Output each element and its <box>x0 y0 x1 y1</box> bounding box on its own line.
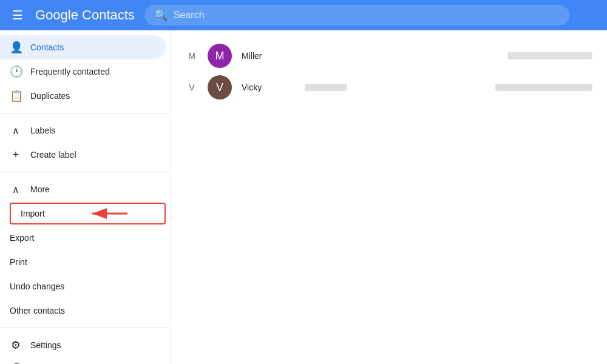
table-row[interactable]: M M Miller <box>171 40 607 72</box>
contacts-icon: 👤 <box>10 41 22 54</box>
sidebar-item-feedback[interactable]: 💬 Send feedback <box>0 357 166 364</box>
contact-list: M M Miller V V Vicky <box>171 30 607 113</box>
sidebar-labels-label: Labels <box>30 126 55 135</box>
header: ☰ Google Contacts 🔍 <box>0 0 607 30</box>
search-bar[interactable]: 🔍 <box>144 5 569 25</box>
sidebar-item-frequently[interactable]: 🕐 Frequently contacted <box>0 59 166 84</box>
sidebar-more-header[interactable]: ∧ More <box>0 177 171 201</box>
sidebar-item-undo[interactable]: Undo changes <box>0 274 166 298</box>
main-content: M M Miller V V Vicky <box>171 30 607 364</box>
contact-email-blur <box>495 84 592 91</box>
sidebar-contacts-label: Contacts <box>30 42 64 52</box>
sidebar-item-print[interactable]: Print <box>0 250 166 274</box>
contact-email-blur <box>507 52 592 59</box>
table-row[interactable]: V V Vicky <box>171 72 607 103</box>
copy-icon: 📋 <box>10 89 22 103</box>
app-title: Google Contacts <box>35 7 135 23</box>
sidebar-item-export[interactable]: Export <box>0 226 166 250</box>
avatar: V <box>208 75 232 99</box>
sidebar-item-other[interactable]: Other contacts <box>0 298 166 323</box>
sidebar-item-duplicates[interactable]: 📋 Duplicates <box>0 84 166 108</box>
divider-2 <box>0 172 171 172</box>
contact-name: Miller <box>242 51 290 61</box>
chevron-up-icon: ∧ <box>10 125 22 136</box>
sidebar-labels-header[interactable]: ∧ Labels <box>0 118 171 143</box>
divider-1 <box>0 113 171 113</box>
clock-icon: 🕐 <box>10 65 22 78</box>
contact-email-blur-short <box>305 84 347 91</box>
avatar: M <box>208 44 232 68</box>
chevron-up-icon-2: ∧ <box>10 184 22 195</box>
sidebar-undo-label: Undo changes <box>10 281 64 291</box>
contact-letter: M <box>186 51 198 61</box>
search-input[interactable] <box>174 10 560 21</box>
sidebar-item-settings[interactable]: ⚙ Settings <box>0 333 166 357</box>
divider-3 <box>0 328 171 328</box>
sidebar-import-label: Import <box>21 209 45 218</box>
search-icon: 🔍 <box>154 8 168 22</box>
layout: 👤 Contacts 🕐 Frequently contacted 📋 Dupl… <box>0 30 607 364</box>
sidebar-print-label: Print <box>10 257 27 267</box>
sidebar-export-label: Export <box>10 233 34 243</box>
sidebar-settings-label: Settings <box>30 340 61 350</box>
contact-letter: V <box>186 83 198 92</box>
contact-name: Vicky <box>242 83 290 92</box>
sidebar-duplicates-label: Duplicates <box>30 91 70 101</box>
menu-icon[interactable]: ☰ <box>10 5 25 25</box>
gear-icon: ⚙ <box>10 339 22 352</box>
sidebar-item-create-label[interactable]: + Create label <box>0 143 166 167</box>
sidebar-create-label-label: Create label <box>30 150 76 160</box>
sidebar-item-contacts[interactable]: 👤 Contacts <box>0 35 166 59</box>
sidebar: 👤 Contacts 🕐 Frequently contacted 📋 Dupl… <box>0 30 171 364</box>
plus-icon: + <box>10 149 22 161</box>
import-arrow <box>49 206 134 221</box>
sidebar-frequently-label: Frequently contacted <box>30 67 110 76</box>
sidebar-other-label: Other contacts <box>10 306 65 315</box>
sidebar-more-label: More <box>30 184 50 194</box>
